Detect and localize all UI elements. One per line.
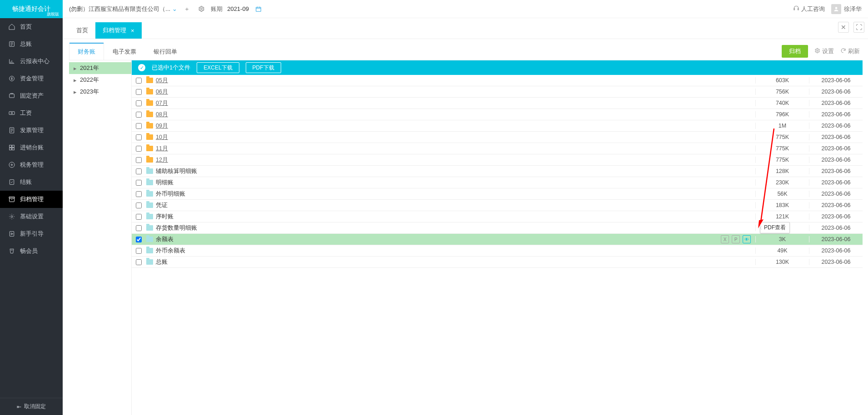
row-checkbox[interactable] (136, 225, 142, 231)
excel-download-button[interactable]: EXCEL下载 (197, 62, 239, 73)
table-row[interactable]: 11月775K2023-06-06 (132, 143, 863, 154)
sidebar-item-ledger[interactable]: 总账 (0, 35, 63, 53)
row-checkbox[interactable] (136, 123, 142, 129)
table-row[interactable]: 09月1M2023-06-06 (132, 120, 863, 132)
table-row[interactable]: 凭证183K2023-06-06 (132, 200, 863, 211)
calendar-icon[interactable] (253, 4, 263, 14)
tree-year[interactable]: ▸2023年 (69, 86, 131, 98)
tab-label: 归档管理 (103, 26, 126, 35)
fullscreen-button[interactable]: ⛶ (853, 22, 864, 33)
table-row[interactable]: 外币明细账56K2023-06-06 (132, 188, 863, 200)
company-selector[interactable]: (勿删）江西服宝精品有限责任公司（... ⌄ (69, 5, 177, 13)
row-checkbox[interactable] (136, 78, 142, 84)
user-section[interactable]: 徐泽华 (831, 4, 862, 14)
row-checkbox[interactable] (136, 248, 142, 254)
sidebar-item-stock[interactable]: 进销台账 (0, 139, 63, 156)
home-icon (8, 23, 15, 30)
table-row[interactable]: 07月740K2023-06-06 (132, 98, 863, 109)
file-name[interactable]: 辅助核算明细账 (156, 168, 197, 175)
table-row[interactable]: 存货数量明细账85K2023-06-06 (132, 222, 863, 234)
sidebar-item-salary[interactable]: 工资 (0, 104, 63, 122)
file-name[interactable]: 09月 (156, 122, 168, 130)
file-name[interactable]: 06月 (156, 88, 168, 96)
file-name[interactable]: 12月 (156, 156, 168, 164)
file-date: 2023-06-06 (809, 213, 863, 220)
period-value[interactable]: 2021-09 (227, 5, 249, 12)
row-checkbox[interactable] (136, 134, 142, 140)
tree-year[interactable]: ▸2022年 (69, 74, 131, 86)
year-tree: ▸2021年▸2022年▸2023年 (69, 60, 132, 415)
archive-button[interactable]: 归档 (782, 45, 808, 58)
file-name[interactable]: 10月 (156, 133, 168, 141)
page-tab[interactable]: 归档管理× (95, 22, 142, 39)
file-name[interactable]: 凭证 (156, 202, 168, 209)
gear-icon[interactable] (196, 4, 206, 14)
file-name[interactable]: 余额表 (156, 236, 174, 243)
file-size: 1M (755, 123, 809, 129)
row-checkbox[interactable] (136, 203, 142, 208)
file-name[interactable]: 05月 (156, 77, 168, 84)
table-row[interactable]: 12月775K2023-06-06 (132, 154, 863, 166)
sidebar-item-invoice[interactable]: 发票管理 (0, 122, 63, 139)
settings-link[interactable]: 设置 (814, 47, 834, 55)
subtab[interactable]: 电子发票 (104, 43, 145, 60)
sidebar-unpin[interactable]: ⇤ 取消固定 (0, 398, 63, 415)
row-checkbox[interactable] (136, 214, 142, 220)
row-checkbox[interactable] (136, 237, 142, 242)
pdf-download-button[interactable]: PDF下载 (246, 62, 281, 73)
sidebar-item-archive[interactable]: 归档管理 (0, 191, 63, 208)
main: (勿删）江西服宝精品有限责任公司（... ⌄ ＋ 账期 2021-09 人工咨询 (63, 0, 868, 415)
row-checkbox[interactable] (136, 146, 142, 152)
sidebar-item-money[interactable]: 资金管理 (0, 70, 63, 87)
pdf-icon[interactable]: P (732, 235, 740, 243)
view-icon[interactable]: 👁 (743, 235, 751, 243)
sidebar-item-gear[interactable]: 基础设置 (0, 208, 63, 225)
sidebar-item-chart[interactable]: 云报表中心 (0, 53, 63, 70)
close-button[interactable]: ✕ (838, 22, 849, 33)
subtab[interactable]: 银行回单 (145, 43, 186, 60)
file-name[interactable]: 11月 (156, 145, 168, 153)
sidebar-item-asset[interactable]: 固定资产 (0, 87, 63, 104)
close-icon[interactable]: × (131, 27, 134, 34)
file-name[interactable]: 明细账 (156, 179, 174, 187)
file-name[interactable]: 外币明细账 (156, 190, 185, 198)
table-row[interactable]: 10月775K2023-06-06 (132, 132, 863, 143)
sidebar-item-tax[interactable]: 税务管理 (0, 156, 63, 173)
sidebar-item-home[interactable]: 首页 (0, 18, 63, 35)
consult-link[interactable]: 人工咨询 (793, 5, 825, 13)
table-row[interactable]: 总账130K2023-06-06 (132, 257, 863, 268)
row-checkbox[interactable] (136, 112, 142, 118)
table-row[interactable]: 明细账230K2023-06-06 (132, 177, 863, 188)
file-name[interactable]: 存货数量明细账 (156, 224, 197, 232)
tree-year[interactable]: ▸2021年 (69, 62, 131, 74)
file-name[interactable]: 总账 (156, 258, 168, 266)
file-name[interactable]: 序时账 (156, 213, 174, 221)
file-name[interactable]: 外币余额表 (156, 247, 185, 255)
table-row[interactable]: 序时账121K2023-06-06 (132, 211, 863, 222)
add-icon[interactable]: ＋ (182, 4, 192, 14)
row-checkbox[interactable] (136, 191, 142, 197)
sidebar-item-vip[interactable]: 畅会员 (0, 242, 63, 260)
file-name[interactable]: 08月 (156, 111, 168, 119)
row-checkbox[interactable] (136, 100, 142, 106)
table-row[interactable]: 05月603K2023-06-06 (132, 75, 863, 86)
subtab[interactable]: 财务账 (69, 43, 104, 60)
row-checkbox[interactable] (136, 168, 142, 174)
sidebar-item-close[interactable]: 结账 (0, 173, 63, 191)
file-date: 2023-06-06 (809, 225, 863, 231)
table-row[interactable]: 辅助核算明细账128K2023-06-06 (132, 166, 863, 177)
guide-icon (8, 230, 15, 237)
row-checkbox[interactable] (136, 157, 142, 163)
page-tab[interactable]: 首页 (69, 22, 95, 39)
file-name[interactable]: 07月 (156, 99, 168, 107)
refresh-link[interactable]: 刷新 (840, 47, 860, 55)
table-row[interactable]: 08月796K2023-06-06 (132, 109, 863, 120)
table-row[interactable]: 06月756K2023-06-06 (132, 86, 863, 98)
table-row[interactable]: 余额表XP👁3K2023-06-06 (132, 234, 863, 245)
excel-icon[interactable]: X (721, 235, 729, 243)
row-checkbox[interactable] (136, 259, 142, 265)
table-row[interactable]: 外币余额表49K2023-06-06 (132, 245, 863, 257)
sidebar-item-guide[interactable]: 新手引导 (0, 225, 63, 242)
row-checkbox[interactable] (136, 180, 142, 186)
row-checkbox[interactable] (136, 89, 142, 95)
